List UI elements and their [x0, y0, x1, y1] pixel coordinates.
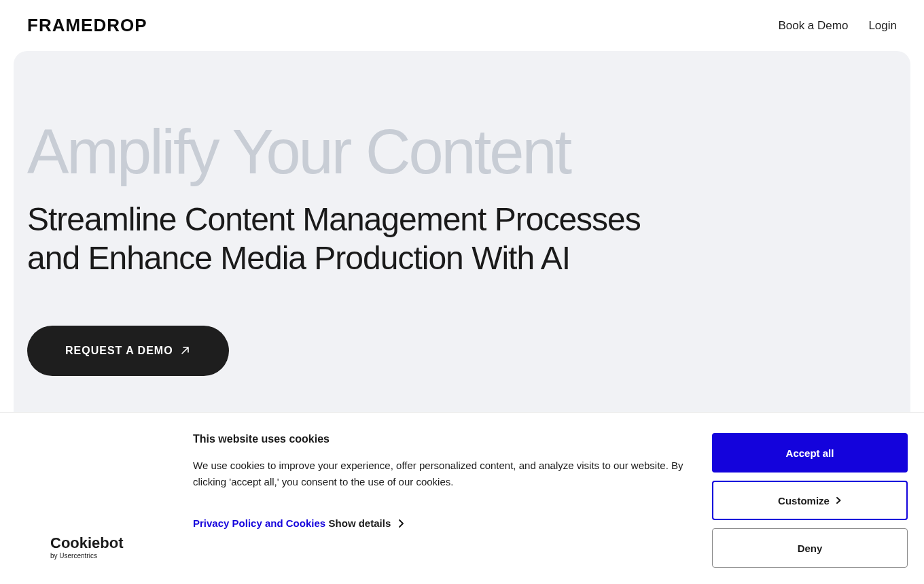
- cookie-buttons: Accept all Customize Deny: [712, 433, 908, 568]
- hero-subtitle-line1: Streamline Content Management Processes: [27, 200, 897, 239]
- arrow-up-right-icon: [180, 345, 191, 356]
- customize-label: Customize: [778, 495, 830, 506]
- accept-all-button[interactable]: Accept all: [712, 433, 908, 473]
- cookie-description: We use cookies to improve your experienc…: [193, 458, 692, 490]
- nav-login[interactable]: Login: [868, 19, 897, 33]
- cookiebot-byline: by Usercentrics: [50, 552, 124, 560]
- hero-subtitle-line2: and Enhance Media Production With AI: [27, 239, 897, 278]
- cta-label: REQUEST A DEMO: [65, 345, 173, 357]
- cookie-provider-logo[interactable]: Cookiebot by Usercentrics: [16, 433, 179, 568]
- chevron-right-icon: [835, 496, 842, 505]
- request-demo-button[interactable]: REQUEST A DEMO: [27, 326, 229, 376]
- show-details-label: Show details: [329, 517, 391, 529]
- accept-all-label: Accept all: [786, 447, 834, 459]
- hero-title: Amplify Your Content: [27, 119, 897, 185]
- cookie-heading: This website uses cookies: [193, 433, 692, 445]
- privacy-policy-link[interactable]: Privacy Policy and Cookies: [193, 517, 325, 529]
- cookie-consent-banner: Cookiebot by Usercentrics This website u…: [0, 412, 924, 584]
- site-header: FRAMEDROP Book a Demo Login: [0, 0, 924, 51]
- show-details-toggle[interactable]: Show details: [329, 517, 405, 529]
- cookiebot-wordmark: Cookiebot: [50, 536, 124, 551]
- hero-subtitle: Streamline Content Management Processes …: [27, 200, 897, 278]
- brand-logo[interactable]: FRAMEDROP: [27, 15, 147, 36]
- chevron-right-icon: [397, 519, 404, 528]
- customize-button[interactable]: Customize: [712, 481, 908, 520]
- nav-book-demo[interactable]: Book a Demo: [778, 19, 848, 33]
- deny-button[interactable]: Deny: [712, 528, 908, 568]
- deny-label: Deny: [798, 543, 823, 554]
- top-nav: Book a Demo Login: [778, 19, 897, 33]
- cookie-text: This website uses cookies We use cookies…: [179, 433, 712, 530]
